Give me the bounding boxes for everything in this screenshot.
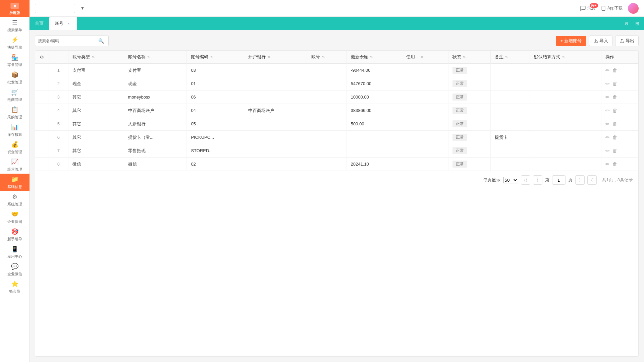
delete-button-0[interactable]: 🗑 (612, 67, 618, 73)
edit-button-7[interactable]: ✏ (605, 161, 610, 167)
sidebar-item-system[interactable]: ⚙ 系统管理 (0, 191, 30, 208)
page-label: 第 (545, 177, 549, 183)
sidebar-item-finance[interactable]: 💰 资金管理 (0, 139, 30, 156)
vip-member-icon: ⭐ (11, 280, 18, 288)
basic-info-icon: 📁 (11, 176, 18, 183)
wholesale-icon: 📦 (11, 71, 18, 78)
sidebar-item-basic-info[interactable]: 📁 基础信息 (0, 174, 30, 191)
import-button[interactable]: 导入 (589, 36, 612, 46)
sidebar-item-purchase[interactable]: 📋 采购管理 (0, 104, 30, 121)
tab-account[interactable]: 账号 × (49, 17, 77, 30)
tab-home[interactable]: 首页 (30, 17, 49, 30)
topbar-app-download-button[interactable]: App下载 (601, 5, 623, 11)
delete-button-4[interactable]: 🗑 (612, 121, 618, 127)
cell-type-2: 其它 (68, 90, 124, 104)
sidebar-item-inventory[interactable]: 📊 库存核算 (0, 121, 30, 139)
delete-button-3[interactable]: 🗑 (612, 108, 618, 113)
sidebar-item-wholesale-label: 批发管理 (7, 80, 22, 85)
add-account-button[interactable]: + 新增账号 (556, 36, 586, 46)
tab-minimize-button[interactable]: ⊖ (623, 19, 631, 27)
toolbar: 🔍 + 新增账号 导入 (35, 36, 639, 46)
pagination-next-button[interactable]: ⟩ (575, 175, 585, 185)
delete-button-5[interactable]: 🗑 (612, 134, 618, 140)
sidebar-item-new-guide-label: 新手引导 (7, 237, 22, 242)
cell-type-3: 其它 (68, 104, 124, 117)
sidebar-item-search-menu[interactable]: ☰ 搜索菜单 (0, 17, 30, 34)
th-status[interactable]: 状态 ⇅ (448, 51, 490, 64)
page-number-input[interactable] (552, 175, 566, 185)
delete-button-2[interactable]: 🗑 (612, 94, 618, 100)
edit-button-6[interactable]: ✏ (605, 148, 610, 154)
delete-button-6[interactable]: 🗑 (612, 148, 618, 154)
topbar-message-button[interactable]: 消息 99+ (580, 5, 595, 11)
sidebar-item-new-guide[interactable]: 🎯 新手引导 (0, 226, 30, 243)
edit-button-0[interactable]: ✏ (605, 67, 610, 73)
sidebar-item-app-center-label: 应用中心 (7, 254, 22, 259)
cell-gear-1 (35, 77, 49, 90)
edit-button-5[interactable]: ✏ (605, 134, 610, 140)
export-button[interactable]: 导出 (615, 36, 639, 46)
th-use[interactable]: 使用... ⇅ (402, 51, 448, 64)
pagination-last-button[interactable]: ⟩⟩ (587, 175, 597, 185)
pagination-prev-button[interactable]: ⟨ (533, 175, 542, 185)
sidebar-item-retail[interactable]: 🏪 零售管理 (0, 52, 30, 69)
quick-nav-icon: ⚡ (11, 36, 18, 44)
tab-maximize-button[interactable]: ⊞ (633, 19, 641, 27)
th-bank[interactable]: 开户银行 ⇅ (244, 51, 307, 64)
th-default-settlement[interactable]: 默认结算方式 ⇅ (530, 51, 601, 64)
table-row: 3 其它 moneybosx 06 10000.00 正常 ✏ 🗑 (35, 90, 638, 104)
sidebar-item-app-center[interactable]: 📱 应用中心 (0, 243, 30, 261)
delete-button-7[interactable]: 🗑 (612, 161, 618, 167)
sidebar-item-enterprise-wechat[interactable]: 💬 企业微信 (0, 261, 30, 278)
cell-gear-0 (35, 64, 49, 77)
page-size-select[interactable]: 50 100 200 (503, 177, 518, 183)
cell-num-6: 7 (49, 144, 68, 158)
cell-bank-5 (244, 131, 307, 144)
sidebar-item-ecommerce[interactable]: 🛒 电商管理 (0, 86, 30, 104)
edit-button-4[interactable]: ✏ (605, 121, 610, 127)
edit-button-2[interactable]: ✏ (605, 94, 610, 100)
pagination-first-button[interactable]: ⟨⟨ (521, 175, 530, 185)
cell-default-settlement-3 (530, 104, 601, 117)
th-name[interactable]: 账号名称 ⇅ (124, 51, 187, 64)
sidebar-item-enterprise-agreement[interactable]: 🤝 企业协同 (0, 208, 30, 226)
account-table-container: ⚙ 账号类型 ⇅ 账号名称 ⇅ 账号编码 ⇅ 开户银行 ⇅ 账号 ⇅ 最新余额 … (35, 50, 639, 357)
topbar-search-input[interactable] (35, 4, 75, 13)
cell-type-4: 其它 (68, 117, 124, 131)
delete-button-1[interactable]: 🗑 (612, 81, 618, 86)
search-input[interactable] (38, 39, 98, 43)
cell-balance-7: 28241.10 (346, 158, 402, 171)
tab-account-label: 账号 (55, 20, 63, 26)
cell-action-7: ✏ 🗑 (601, 158, 638, 171)
cell-status-7: 正常 (448, 158, 490, 171)
th-remark[interactable]: 备注 ⇅ (490, 51, 530, 64)
enterprise-wechat-icon: 💬 (11, 263, 18, 270)
cell-use-2 (402, 90, 448, 104)
cell-type-1: 现金 (68, 77, 124, 90)
topbar-dropdown-button[interactable]: ▼ (78, 4, 87, 12)
sidebar-item-wholesale[interactable]: 📦 批发管理 (0, 69, 30, 86)
cell-account-3 (307, 104, 346, 117)
edit-button-3[interactable]: ✏ (605, 108, 610, 114)
th-code[interactable]: 账号编码 ⇅ (187, 51, 244, 64)
sidebar-logo[interactable]: 鹿 乐鹿版 (0, 0, 30, 17)
th-settings[interactable]: ⚙ (35, 51, 49, 64)
export-label: 导出 (626, 38, 634, 44)
cell-default-settlement-2 (530, 90, 601, 104)
th-balance[interactable]: 最新余额 ⇅ (346, 51, 402, 64)
th-type[interactable]: 账号类型 ⇅ (68, 51, 124, 64)
edit-button-1[interactable]: ✏ (605, 81, 610, 87)
th-account[interactable]: 账号 ⇅ (307, 51, 346, 64)
cell-code-2: 06 (187, 90, 244, 104)
sidebar: 鹿 乐鹿版 ☰ 搜索菜单 ⚡ 快捷导航 🏪 零售管理 📦 批发管理 🛒 电商管理… (0, 0, 30, 362)
sidebar-item-vip-member[interactable]: ⭐ 畅会员 (0, 278, 30, 296)
system-icon: ⚙ (12, 193, 17, 200)
sidebar-item-operation[interactable]: 📈 经营管理 (0, 156, 30, 174)
cell-use-0 (402, 64, 448, 77)
user-avatar[interactable] (628, 3, 639, 14)
tab-account-close-button[interactable]: × (66, 21, 71, 26)
sidebar-item-quick-nav[interactable]: ⚡ 快捷导航 (0, 34, 30, 52)
cell-gear-6 (35, 144, 49, 158)
message-badge: 99+ (590, 3, 598, 8)
cell-bank-3: 中百商场账户 (244, 104, 307, 117)
